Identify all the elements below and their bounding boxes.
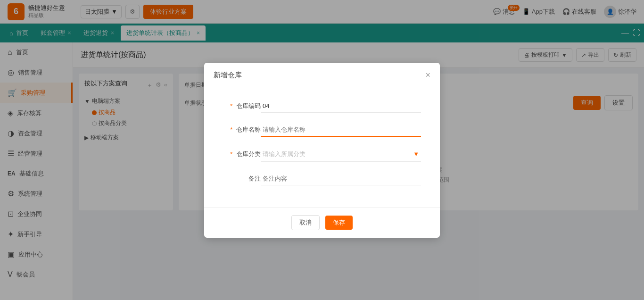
cancel-button[interactable]: 取消	[291, 215, 320, 230]
category-placeholder: 请输入所属分类	[263, 150, 305, 158]
modal-title: 新增仓库	[214, 71, 242, 80]
form-row-name: * 仓库名称	[223, 123, 421, 137]
category-chevron-icon: ▼	[413, 150, 419, 158]
modal-footer: 取消 保存	[204, 207, 440, 238]
code-input[interactable]	[261, 100, 421, 113]
form-row-category: * 仓库分类 请输入所属分类 ▼	[223, 147, 421, 162]
remark-label: 备注	[223, 175, 261, 183]
name-label: * 仓库名称	[223, 125, 261, 134]
remark-input[interactable]	[261, 172, 421, 185]
category-select[interactable]: 请输入所属分类 ▼	[261, 147, 421, 162]
modal-close-button[interactable]: ×	[425, 70, 430, 80]
code-label: * 仓库编码	[223, 102, 261, 110]
modal-overlay: 新增仓库 × * 仓库编码 * 仓库名称	[0, 0, 644, 300]
modal-body: * 仓库编码 * 仓库名称 * 仓库分类 请输入所属	[204, 88, 440, 207]
name-input[interactable]	[261, 123, 421, 137]
add-warehouse-modal: 新增仓库 × * 仓库编码 * 仓库名称	[204, 63, 440, 238]
category-label: * 仓库分类	[223, 150, 261, 158]
modal-header: 新增仓库 ×	[204, 63, 440, 88]
save-button[interactable]: 保存	[325, 216, 353, 230]
form-row-remark: 备注	[223, 172, 421, 185]
form-row-code: * 仓库编码	[223, 100, 421, 113]
